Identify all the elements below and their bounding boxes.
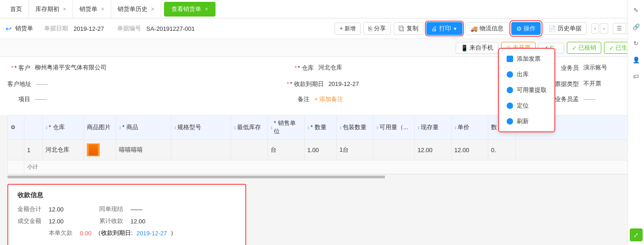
cumulative-field: 累计收款 12.00 xyxy=(99,217,153,225)
close-tab-sales[interactable]: × xyxy=(101,6,104,12)
scroll-hint xyxy=(7,176,637,178)
right-sidebar: ✎ 🔗 ↻ 👤 🏷 ⤢ xyxy=(627,0,644,245)
row-settings[interactable] xyxy=(8,140,24,160)
nav-arrows: ‹ › xyxy=(591,23,608,34)
arrears-field: 本单欠款 0.00 （收款到期日: 2019-12-27 ） xyxy=(49,229,176,237)
menu-locate[interactable]: 定位 xyxy=(499,98,554,114)
settlement-label: 同单现结 xyxy=(99,205,127,213)
prev-button[interactable]: ‹ xyxy=(591,23,599,34)
row-qty: 1.00 xyxy=(305,140,337,160)
address-label: 客户地址 xyxy=(7,80,31,88)
tab-inventory-init[interactable]: 库存期初 × xyxy=(29,0,73,18)
th-no xyxy=(24,115,43,139)
subtotal-label: 小计 xyxy=(24,160,636,174)
logistics-icon: 🚚 xyxy=(470,25,478,32)
arrears-label: 本单欠款 xyxy=(49,229,76,237)
history-button[interactable]: 📄 历史单据 xyxy=(543,22,587,35)
sales-area: * 业务员孟 —— xyxy=(548,95,637,104)
tab-bar: 首页 库存期初 × 销货单 × 销货单历史 × 查看销货单 × × xyxy=(0,0,644,18)
tab-sales-order[interactable]: 销货单 × xyxy=(73,0,111,18)
no-label: 单据编号 xyxy=(117,24,141,33)
payment-info: 收款信息 金额合计 12.00 同单现结 —— 成交金额 12.00 累计收款 … xyxy=(7,184,246,245)
sidebar-edit-icon[interactable]: ✎ xyxy=(630,4,643,17)
sidebar-tag-icon[interactable]: 🏷 xyxy=(630,70,643,83)
th-warehouse: ↕* 仓库 xyxy=(43,115,84,139)
row-minstock xyxy=(231,140,268,160)
product-image-inner xyxy=(89,144,98,155)
arrears-note-end: ） xyxy=(170,229,176,237)
arrears-value: 0.00 xyxy=(80,230,91,237)
staff-label: 业务员 xyxy=(556,64,579,72)
customer-value[interactable]: 柳州粤港平安气体有限公司 xyxy=(33,63,108,73)
th-avail: ↕可用量（... xyxy=(373,115,415,139)
operate-button[interactable]: ⚙ 操作 xyxy=(511,22,541,35)
menu-available-qty[interactable]: 可用量提取 xyxy=(499,82,554,98)
doc-type-label: 销货单 xyxy=(15,24,33,33)
row-spec[interactable] xyxy=(171,140,231,160)
warehouse-label: * 仓库 xyxy=(291,64,314,72)
table-row: 1 河北仓库 嘻嘻嘻嘻 台 1.00 1台 12.00 12.00 0. xyxy=(8,140,636,160)
sidebar-expand-icon[interactable]: ⤢ xyxy=(630,228,643,241)
menu-outbound[interactable]: 出库 xyxy=(499,67,554,82)
operate-icon: ⚙ xyxy=(516,25,522,32)
ticket-area: * 票据类型 不开票 xyxy=(548,79,637,89)
operate-dropdown: 添加发票 出库 可用量提取 定位 刷新 xyxy=(499,49,554,131)
warehouse-value[interactable]: 河北仓库 xyxy=(316,63,372,73)
share-button[interactable]: ⎘ 分享 xyxy=(363,22,391,35)
menu-add-invoice[interactable]: 添加发票 xyxy=(499,51,554,67)
list-view-button[interactable]: ☰ xyxy=(613,23,626,34)
th-minstock: ↕最低库存 xyxy=(231,115,268,139)
tab-sales-history[interactable]: 销货单历史 × xyxy=(111,0,161,18)
tab-home[interactable]: 首页 xyxy=(4,0,29,18)
revoked-button[interactable]: ✓ 已核销 xyxy=(567,42,601,54)
due-date-value[interactable]: 2019-12-27 xyxy=(327,80,382,89)
row-product[interactable]: 嘻嘻嘻嘻 xyxy=(116,140,171,160)
th-settings[interactable]: ⚙ xyxy=(8,115,24,139)
toolbar-actions: + 新增 ⎘ 分享 ⿻ 复制 🖨 打印 ▼ 🚚 物流信息 ⚙ 操作 xyxy=(334,22,638,35)
close-tab-history[interactable]: × xyxy=(151,6,154,12)
add-button[interactable]: + 新增 xyxy=(334,23,360,35)
customer-field: * 客户 柳州粤港平安气体有限公司 xyxy=(7,63,272,73)
project-value[interactable]: —— xyxy=(33,95,88,104)
add-invoice-icon xyxy=(507,56,513,62)
history-icon: 📄 xyxy=(548,25,556,32)
cumulative-value: 12.00 xyxy=(130,218,153,225)
total-field: 金额合计 12.00 xyxy=(17,205,72,213)
th-img: 商品图片 xyxy=(84,115,116,139)
sidebar-refresh-icon[interactable]: ↻ xyxy=(630,37,643,50)
th-pack: ↕包装数量 xyxy=(337,115,373,139)
remark-label: 备注 xyxy=(287,95,310,103)
from-mobile-button[interactable]: 📱 来自手机 xyxy=(456,42,498,54)
due-date-label: * 收款到期日 xyxy=(287,80,324,88)
payment-title: 收款信息 xyxy=(17,191,236,199)
row-no: 1 xyxy=(24,140,43,160)
refresh-icon xyxy=(507,118,513,125)
arrears-note: （收款到期日: xyxy=(95,229,133,237)
project-field: 项目 —— xyxy=(7,95,268,104)
settlement-field: 同单现结 —— xyxy=(99,205,153,213)
payment-row-2: 成交金额 12.00 累计收款 12.00 xyxy=(17,217,236,225)
next-button[interactable]: › xyxy=(600,23,608,34)
total-label: 金额合计 xyxy=(17,205,45,213)
date-value: 2019-12-27 xyxy=(73,25,104,32)
transaction-value: 12.00 xyxy=(49,218,72,225)
row-img xyxy=(84,140,116,160)
close-tab-inventory[interactable]: × xyxy=(63,6,66,12)
sidebar-link-icon[interactable]: 🔗 xyxy=(630,20,643,33)
logistics-button[interactable]: 🚚 物流信息 xyxy=(465,22,508,35)
tab-view-sales[interactable]: 查看销货单 × xyxy=(164,2,216,17)
address-value[interactable]: —— xyxy=(34,80,89,89)
copy-button[interactable]: ⿻ 复制 xyxy=(394,22,424,35)
row-unit: 台 xyxy=(268,140,305,160)
menu-refresh[interactable]: 刷新 xyxy=(499,114,554,129)
share-icon: ⎘ xyxy=(368,25,372,32)
th-spec: ↕规格型号 xyxy=(171,115,231,139)
copy-icon: ⿻ xyxy=(399,25,405,32)
print-button[interactable]: 🖨 打印 ▼ xyxy=(426,22,463,35)
add-remark-button[interactable]: + 添加备注 xyxy=(314,95,343,103)
sidebar-user-icon[interactable]: 👤 xyxy=(630,53,643,66)
row-avail xyxy=(373,140,415,160)
close-tab-view-sales[interactable]: × xyxy=(205,6,208,12)
th-product: ↕* 商品 xyxy=(116,115,171,139)
subtotal-settings xyxy=(8,160,24,174)
